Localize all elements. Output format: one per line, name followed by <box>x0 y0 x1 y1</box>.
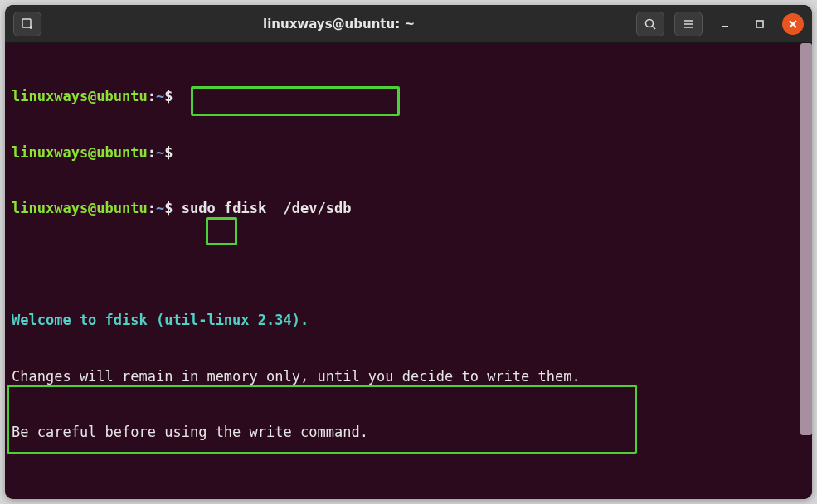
terminal-viewport[interactable]: linuxways@ubuntu:~$ linuxways@ubuntu:~$ … <box>5 43 812 499</box>
prompt-line: linuxways@ubuntu:~$ <box>5 87 812 106</box>
terminal-window: linuxways@ubuntu: ~ linu <box>5 5 812 499</box>
svg-line-4 <box>653 27 656 30</box>
prompt-path: ~ <box>156 88 164 104</box>
search-icon <box>644 17 657 31</box>
highlight-p-box <box>206 217 237 245</box>
search-button[interactable] <box>636 12 664 36</box>
maximize-icon <box>754 18 766 30</box>
scrollbar-thumb[interactable] <box>800 43 812 435</box>
minimize-button[interactable] <box>712 12 737 36</box>
menu-button[interactable] <box>674 12 703 36</box>
fdisk-info-line: Be careful before using the write comman… <box>5 423 812 442</box>
close-icon <box>788 19 798 29</box>
command-text: sudo fdisk /dev/sdb <box>182 200 352 216</box>
fdisk-info-line: Changes will remain in memory only, unti… <box>5 367 812 386</box>
vertical-scrollbar[interactable] <box>800 43 812 499</box>
fdisk-welcome: Welcome to fdisk (util-linux 2.34). <box>5 311 812 330</box>
prompt-line: linuxways@ubuntu:~$ <box>5 143 812 162</box>
svg-point-3 <box>646 20 654 27</box>
close-button[interactable] <box>782 13 804 35</box>
maximize-button[interactable] <box>747 12 772 36</box>
hamburger-menu-icon <box>682 17 695 31</box>
minimize-icon <box>719 18 731 30</box>
svg-rect-0 <box>22 19 31 27</box>
new-tab-icon <box>21 17 34 31</box>
prompt-user-host: linuxways@ubuntu <box>12 88 148 104</box>
window-title: linuxways@ubuntu: ~ <box>41 17 636 32</box>
svg-rect-9 <box>756 21 763 27</box>
prompt-line: linuxways@ubuntu:~$ sudo fdisk /dev/sdb <box>5 199 812 218</box>
new-tab-button[interactable] <box>13 12 41 36</box>
highlight-table-box <box>7 385 637 454</box>
prompt-symbol: $ <box>164 88 173 104</box>
titlebar: linuxways@ubuntu: ~ <box>5 5 812 43</box>
